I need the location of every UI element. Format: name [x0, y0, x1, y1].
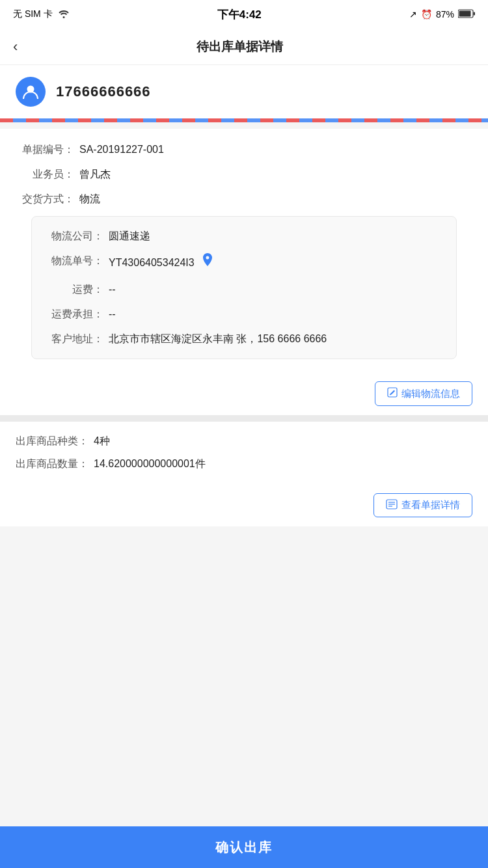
view-detail-label: 查看单据详情: [401, 499, 460, 511]
goods-section: 出库商品种类： 4种 出库商品数量： 14.620000000000001件: [0, 422, 488, 484]
sales-rep-value: 曾凡杰: [79, 167, 472, 182]
location-icon[interactable]: [201, 253, 214, 273]
address-value: 北京市市辖区海淀区永丰南 张，156 6666 6666: [109, 331, 443, 347]
carrier-text: 无 SIM 卡: [13, 8, 53, 20]
address-label: 客户地址：: [45, 331, 103, 347]
freight-bearer-value: --: [109, 306, 443, 322]
order-info-section: 单据编号： SA-20191227-001 业务员： 曾凡杰 交货方式： 物流 …: [0, 129, 488, 372]
delivery-method-row: 交货方式： 物流: [16, 191, 472, 207]
view-btn-row: 查看单据详情: [0, 484, 488, 526]
logistics-company-row: 物流公司： 圆通速递: [45, 228, 443, 244]
order-no-value: SA-20191227-001: [79, 142, 472, 157]
goods-type-value: 4种: [94, 435, 110, 448]
nav-bar: ‹ 待出库单据详情: [0, 29, 488, 65]
battery-icon: [458, 9, 475, 20]
back-button[interactable]: ‹: [13, 38, 18, 55]
goods-quantity-row: 出库商品数量： 14.620000000000001件: [16, 457, 472, 471]
tracking-number-text: YT43064053424I3: [109, 255, 195, 271]
freight-row: 运费： --: [45, 282, 443, 297]
confirm-btn-label: 确认出库: [215, 839, 273, 856]
freight-bearer-row: 运费承担： --: [45, 306, 443, 322]
user-header: 17666666666: [0, 65, 488, 118]
status-time: 下午4:42: [217, 7, 262, 22]
svg-rect-2: [459, 10, 470, 16]
tracking-no-label: 物流单号：: [45, 253, 103, 269]
bottom-spacer: [0, 526, 488, 611]
order-no-row: 单据编号： SA-20191227-001: [16, 142, 472, 157]
dashed-divider: [0, 118, 488, 122]
goods-type-label: 出库商品种类：: [16, 435, 88, 448]
user-phone: 17666666666: [56, 83, 151, 100]
delivery-method-label: 交货方式：: [16, 191, 74, 207]
edit-btn-label: 编辑物流信息: [401, 388, 460, 400]
svg-rect-1: [473, 12, 475, 15]
status-bar: 无 SIM 卡 下午4:42 ↗ ⏰ 87%: [0, 0, 488, 29]
battery-text: 87%: [436, 9, 454, 20]
address-row: 客户地址： 北京市市辖区海淀区永丰南 张，156 6666 6666: [45, 331, 443, 347]
freight-bearer-label: 运费承担：: [45, 306, 103, 322]
status-right: ↗ ⏰ 87%: [409, 9, 475, 20]
goods-type-row: 出库商品种类： 4种: [16, 435, 472, 448]
edit-logistics-button[interactable]: 编辑物流信息: [375, 381, 472, 406]
page-title: 待出库单据详情: [31, 38, 449, 55]
edit-icon: [387, 387, 398, 400]
user-avatar: [16, 77, 46, 107]
delivery-method-value: 物流: [79, 191, 472, 207]
wifi-icon: [58, 9, 70, 20]
edit-btn-row: 编辑物流信息: [0, 372, 488, 415]
logistics-company-label: 物流公司：: [45, 228, 103, 244]
goods-quantity-value: 14.620000000000001件: [94, 457, 206, 471]
logistics-card: 物流公司： 圆通速递 物流单号： YT43064053424I3: [31, 216, 457, 359]
freight-value: --: [109, 282, 443, 297]
logistics-company-value: 圆通速递: [109, 228, 443, 244]
goods-quantity-label: 出库商品数量：: [16, 457, 88, 471]
tracking-no-value: YT43064053424I3: [109, 253, 443, 273]
order-no-label: 单据编号：: [16, 142, 74, 157]
tracking-no-row: 物流单号： YT43064053424I3: [45, 253, 443, 273]
sales-rep-row: 业务员： 曾凡杰: [16, 167, 472, 182]
view-detail-icon: [386, 499, 398, 511]
location-status-icon: ↗: [409, 9, 417, 20]
view-detail-button[interactable]: 查看单据详情: [373, 493, 472, 517]
alarm-icon: ⏰: [421, 9, 432, 20]
confirm-button[interactable]: 确认出库: [0, 826, 488, 868]
section-divider: [0, 415, 488, 422]
sales-rep-label: 业务员：: [16, 167, 74, 182]
status-left: 无 SIM 卡: [13, 8, 70, 20]
freight-label: 运费：: [45, 282, 103, 297]
